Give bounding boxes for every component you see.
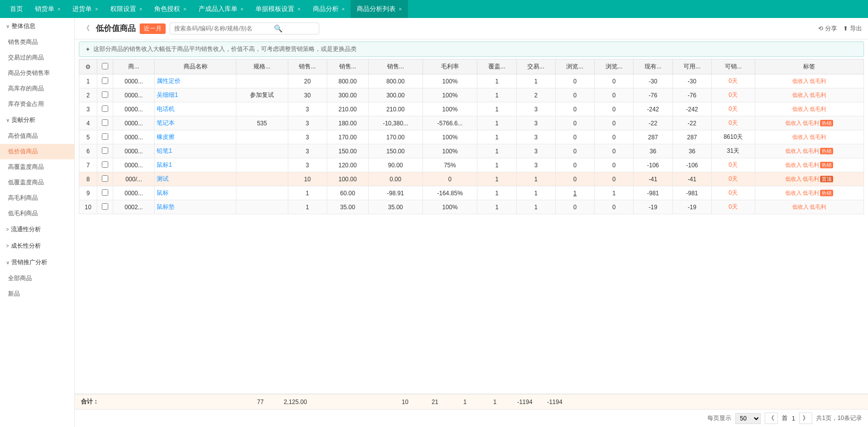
settings-icon[interactable]: ⚙ bbox=[85, 63, 91, 70]
row-name[interactable]: 鼠标1 bbox=[155, 158, 236, 172]
select-all-checkbox[interactable] bbox=[102, 63, 108, 69]
row-browse1[interactable]: 0 bbox=[555, 102, 594, 116]
nav-sales[interactable]: 销货单 × bbox=[29, 0, 66, 18]
sidebar-collapse-button[interactable]: 《 bbox=[81, 22, 92, 35]
row-checkbox[interactable] bbox=[97, 130, 113, 144]
sidebar-item-low-value[interactable]: 低价值商品 bbox=[0, 144, 74, 159]
nav-product-entry[interactable]: 产成品入库单 × bbox=[193, 0, 249, 18]
row-select-checkbox[interactable] bbox=[102, 133, 108, 140]
sidebar-item-high-coverage[interactable]: 高覆盖度商品 bbox=[0, 159, 74, 175]
row-browse1[interactable]: 0 bbox=[555, 144, 594, 158]
sidebar-group-circulation[interactable]: > 流通性分析 bbox=[0, 221, 74, 238]
next-page-button[interactable]: 》 bbox=[799, 413, 812, 424]
row-select-checkbox[interactable] bbox=[102, 77, 108, 84]
close-template-icon[interactable]: × bbox=[297, 6, 300, 12]
nav-purchase[interactable]: 进货单 × bbox=[66, 0, 104, 18]
date-filter-button[interactable]: 近一月 bbox=[140, 23, 166, 34]
sidebar-item-sales-goods[interactable]: 销售类商品 bbox=[0, 34, 74, 50]
close-permission-icon[interactable]: × bbox=[139, 6, 142, 12]
row-checkbox[interactable] bbox=[97, 74, 113, 88]
row-stock2: -41 bbox=[672, 172, 711, 186]
col-coverage-header: 覆盖... bbox=[477, 59, 516, 74]
row-name[interactable]: 鼠标 bbox=[155, 186, 236, 200]
sidebar-item-new-goods[interactable]: 新品 bbox=[0, 286, 74, 302]
row-name[interactable]: 铅笔1 bbox=[155, 144, 236, 158]
nav-permission[interactable]: 权限设置 × bbox=[104, 0, 148, 18]
row-stock1: 287 bbox=[634, 130, 672, 144]
row-checkbox[interactable] bbox=[97, 186, 113, 200]
row-name[interactable]: 吴细细1 bbox=[155, 88, 236, 102]
row-select-checkbox[interactable] bbox=[102, 161, 108, 168]
sidebar-group-growth[interactable]: > 成长性分析 bbox=[0, 238, 74, 254]
sidebar-group-overall[interactable]: ∨ 整体信息 bbox=[0, 18, 74, 34]
row-browse1[interactable]: 0 bbox=[555, 130, 594, 144]
first-page-button[interactable]: 《 bbox=[765, 413, 778, 424]
horizontal-scroll[interactable] bbox=[75, 389, 868, 394]
row-browse1[interactable]: 0 bbox=[555, 158, 594, 172]
col-sale1-header: 销售... bbox=[288, 59, 327, 74]
row-select-checkbox[interactable] bbox=[102, 147, 108, 154]
row-checkbox[interactable] bbox=[97, 158, 113, 172]
row-browse1[interactable]: 0 bbox=[555, 172, 594, 186]
row-select-checkbox[interactable] bbox=[102, 189, 108, 196]
sidebar-item-traded-goods[interactable]: 交易过的商品 bbox=[0, 50, 74, 65]
sidebar-item-all-goods[interactable]: 全部商品 bbox=[0, 271, 74, 286]
sidebar-item-high-value[interactable]: 高价值商品 bbox=[0, 128, 74, 144]
row-select-checkbox[interactable] bbox=[102, 91, 108, 98]
col-settings[interactable]: ⚙ bbox=[79, 59, 97, 74]
row-select-checkbox[interactable] bbox=[102, 105, 108, 112]
row-tags: 低收入低毛利 bbox=[755, 88, 864, 102]
row-checkbox[interactable] bbox=[97, 88, 113, 102]
sidebar-item-high-margin[interactable]: 高毛利商品 bbox=[0, 190, 74, 206]
nav-template[interactable]: 单据模板设置 × bbox=[249, 0, 306, 18]
nav-product-analysis[interactable]: 商品分析 × bbox=[307, 0, 351, 18]
search-icon[interactable]: 🔍 bbox=[274, 24, 282, 32]
row-name[interactable]: 笔记本 bbox=[155, 116, 236, 130]
sidebar-item-stock-capital[interactable]: 库存资金占用 bbox=[0, 96, 74, 112]
row-browse1[interactable]: 0 bbox=[555, 88, 594, 102]
row-col5: 3 bbox=[288, 158, 327, 172]
row-browse1[interactable]: 0 bbox=[555, 116, 594, 130]
nav-product-list[interactable]: 商品分析列表 × bbox=[351, 0, 408, 18]
row-stock1: -22 bbox=[634, 116, 672, 130]
sidebar-group-marketing[interactable]: ∨ 营销推广分析 bbox=[0, 254, 74, 271]
search-input[interactable] bbox=[174, 25, 274, 32]
row-name[interactable]: 测试 bbox=[155, 172, 236, 186]
share-button[interactable]: ⟲ 分享 bbox=[818, 24, 837, 33]
sidebar-item-high-stock[interactable]: 高库存的商品 bbox=[0, 81, 74, 96]
close-product-list-icon[interactable]: × bbox=[399, 6, 402, 12]
row-spec bbox=[236, 74, 288, 88]
row-name[interactable]: 橡皮擦 bbox=[155, 130, 236, 144]
nav-role[interactable]: 角色授权 × bbox=[148, 0, 192, 18]
row-trans: 3 bbox=[516, 130, 555, 144]
page-size-select[interactable]: 50 100 200 bbox=[735, 413, 761, 424]
row-checkbox[interactable] bbox=[97, 102, 113, 116]
row-name[interactable]: 电话机 bbox=[155, 102, 236, 116]
row-name[interactable]: 属性定价 bbox=[155, 74, 236, 88]
row-days: 8610天 bbox=[711, 130, 755, 144]
page-title: 低价值商品 bbox=[96, 23, 136, 34]
row-browse1[interactable]: 1 bbox=[555, 186, 594, 200]
sidebar-group-contribution[interactable]: ∨ 贡献分析 bbox=[0, 112, 74, 128]
row-select-checkbox[interactable] bbox=[102, 203, 108, 210]
close-role-icon[interactable]: × bbox=[183, 6, 186, 12]
row-checkbox[interactable] bbox=[97, 172, 113, 186]
row-browse1[interactable]: 0 bbox=[555, 200, 594, 214]
row-checkbox[interactable] bbox=[97, 116, 113, 130]
sidebar-item-low-coverage[interactable]: 低覆盖度商品 bbox=[0, 175, 74, 190]
sidebar-item-category-sales[interactable]: 商品分类销售率 bbox=[0, 65, 74, 81]
sidebar-item-low-margin[interactable]: 低毛利商品 bbox=[0, 206, 74, 221]
row-select-checkbox[interactable] bbox=[102, 175, 108, 182]
row-name[interactable]: 鼠标垫 bbox=[155, 200, 236, 214]
close-purchase-icon[interactable]: × bbox=[95, 6, 98, 12]
row-select-checkbox[interactable] bbox=[102, 119, 108, 126]
close-product-entry-icon[interactable]: × bbox=[240, 6, 243, 12]
row-browse1[interactable]: 0 bbox=[555, 74, 594, 88]
export-button[interactable]: ⬆ 导出 bbox=[843, 24, 862, 33]
row-checkbox[interactable] bbox=[97, 144, 113, 158]
close-sales-icon[interactable]: × bbox=[57, 6, 60, 12]
row-checkbox[interactable] bbox=[97, 200, 113, 214]
close-product-analysis-icon[interactable]: × bbox=[342, 6, 345, 12]
nav-home[interactable]: 首页 bbox=[4, 0, 29, 18]
footer-cells: 77 2,125.00 10 21 1 1 -1194 -1194 bbox=[107, 399, 862, 406]
